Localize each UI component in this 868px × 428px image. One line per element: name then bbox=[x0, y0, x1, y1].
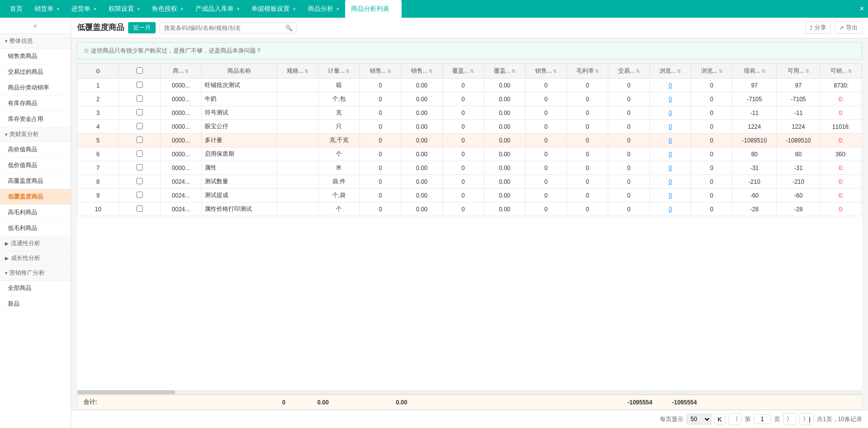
row-code: 0024... bbox=[160, 175, 201, 189]
nav-item-analysis[interactable]: 商品分析 × bbox=[302, 0, 345, 18]
prev-page-btn[interactable]: 〈 bbox=[729, 413, 742, 425]
last-page-btn[interactable]: 〉| bbox=[799, 413, 814, 425]
close-template-tab[interactable]: × bbox=[293, 0, 296, 18]
row-checkbox[interactable] bbox=[119, 92, 160, 106]
row-view1[interactable]: 0 bbox=[650, 106, 691, 120]
col-view1[interactable]: 浏览...⇅ bbox=[650, 64, 691, 79]
sidebar-item-all-goods[interactable]: 全部商品 bbox=[0, 281, 71, 296]
col-sales2[interactable]: 销售...⇅ bbox=[525, 64, 567, 79]
nav-item-sales[interactable]: 销货单 × bbox=[28, 0, 65, 18]
close-production-tab[interactable]: × bbox=[237, 0, 240, 18]
close-roles-tab[interactable]: × bbox=[180, 0, 183, 18]
row-saleable: 0: bbox=[820, 202, 862, 216]
first-page-btn[interactable]: K bbox=[714, 414, 726, 425]
nav-item-production[interactable]: 产成品入库单 × bbox=[190, 0, 245, 18]
sidebar-section-liquidity[interactable]: ▶ 流通性分析 bbox=[0, 236, 71, 251]
date-filter-btn[interactable]: 近一月 bbox=[128, 22, 156, 33]
col-checkbox[interactable] bbox=[119, 64, 160, 79]
nav-item-analysis-list[interactable]: 商品分析列表 × bbox=[345, 0, 401, 18]
sidebar-item-stock-fund[interactable]: 库存资金占用 bbox=[0, 112, 71, 127]
per-page-select[interactable]: 50 100 200 bbox=[686, 414, 711, 425]
row-checkbox[interactable] bbox=[119, 134, 160, 147]
col-cover2[interactable]: 覆盖...⇅ bbox=[484, 64, 525, 79]
tip-icon: ☆ bbox=[83, 47, 91, 54]
row-checkbox[interactable] bbox=[119, 202, 160, 216]
sidebar-item-stock-goods[interactable]: 有库存商品 bbox=[0, 96, 71, 112]
row-view1[interactable]: 0 bbox=[650, 79, 691, 92]
col-spec[interactable]: 规格...⇅ bbox=[277, 64, 318, 79]
nav-item-roles[interactable]: 角色授权 × bbox=[146, 0, 189, 18]
col-cover1[interactable]: 覆盖...⇅ bbox=[442, 64, 484, 79]
sidebar-section-growth[interactable]: ▶ 成长性分析 bbox=[0, 251, 71, 266]
close-sales-tab[interactable]: × bbox=[56, 0, 59, 18]
sidebar-item-high-coverage[interactable]: 高覆盖度商品 bbox=[0, 173, 71, 189]
row-cover1: 0 bbox=[442, 189, 484, 202]
row-view1[interactable]: 0 bbox=[650, 202, 691, 216]
next-page-btn[interactable]: 〉 bbox=[783, 413, 796, 425]
col-name[interactable]: 商品名称 bbox=[202, 64, 277, 79]
close-analysis-list-tab[interactable]: × bbox=[392, 0, 395, 18]
row-checkbox[interactable] bbox=[119, 106, 160, 120]
col-available[interactable]: 可用...⇅ bbox=[776, 64, 820, 79]
sidebar-item-low-margin[interactable]: 低毛利商品 bbox=[0, 221, 71, 236]
sidebar-item-high-margin[interactable]: 高毛利商品 bbox=[0, 205, 71, 221]
row-view1[interactable]: 0 bbox=[650, 147, 691, 161]
row-view1[interactable]: 0 bbox=[650, 134, 691, 147]
page-input[interactable] bbox=[754, 414, 771, 424]
row-checkbox[interactable] bbox=[119, 175, 160, 189]
row-checkbox[interactable] bbox=[119, 147, 160, 161]
sidebar-item-traded-goods[interactable]: 交易过的商品 bbox=[0, 64, 71, 80]
window-close-btn[interactable]: × bbox=[860, 4, 864, 13]
search-input[interactable] bbox=[164, 25, 283, 31]
row-sales-amt: 0.00 bbox=[401, 134, 442, 147]
row-sales-qty: 0 bbox=[360, 189, 401, 202]
sidebar-item-low-value[interactable]: 低价值商品 bbox=[0, 158, 71, 173]
sidebar-item-category-rate[interactable]: 商品分类动销率 bbox=[0, 80, 71, 96]
row-view1[interactable]: 0 bbox=[650, 161, 691, 175]
search-icon[interactable]: 🔍 bbox=[285, 25, 293, 31]
sidebar-section-wealth[interactable]: ▾ 类财富分析 bbox=[0, 127, 71, 142]
nav-item-home[interactable]: 首页 bbox=[4, 0, 28, 18]
nav-item-permissions[interactable]: 权限设置 × bbox=[103, 0, 146, 18]
sidebar-item-sales-goods[interactable]: 销售类商品 bbox=[0, 49, 71, 64]
col-settings[interactable]: ⚙ bbox=[78, 64, 119, 79]
scrollbar-thumb[interactable] bbox=[77, 390, 175, 394]
row-checkbox[interactable] bbox=[119, 189, 160, 202]
row-checkbox[interactable] bbox=[119, 79, 160, 92]
sidebar-collapse-btn[interactable]: « bbox=[0, 18, 71, 34]
close-analysis-tab[interactable]: × bbox=[336, 0, 339, 18]
export-btn[interactable]: ↗ 导出 bbox=[835, 22, 862, 34]
share-btn[interactable]: ⤴ 分享 bbox=[805, 22, 831, 34]
nav-item-purchase[interactable]: 进货单 × bbox=[65, 0, 102, 18]
row-cover1: 0 bbox=[442, 161, 484, 175]
col-trade[interactable]: 交易...⇅ bbox=[608, 64, 650, 79]
col-unit[interactable]: 计量...⇅ bbox=[318, 64, 359, 79]
sidebar-item-high-value[interactable]: 高价值商品 bbox=[0, 142, 71, 158]
row-saleable: 0: bbox=[820, 189, 862, 202]
select-all-checkbox[interactable] bbox=[136, 67, 143, 74]
sidebar-section-marketing[interactable]: ▾ 营销推广分析 bbox=[0, 266, 71, 281]
row-view1[interactable]: 0 bbox=[650, 92, 691, 106]
close-permissions-tab[interactable]: × bbox=[137, 0, 140, 18]
col-current[interactable]: 现有...⇅ bbox=[732, 64, 777, 79]
horizontal-scrollbar[interactable] bbox=[77, 390, 862, 394]
row-view1[interactable]: 0 bbox=[650, 175, 691, 189]
row-view1[interactable]: 0 bbox=[650, 120, 691, 134]
nav-item-template[interactable]: 单据模板设置 × bbox=[245, 0, 301, 18]
col-code[interactable]: 商...⇅ bbox=[160, 64, 201, 79]
sidebar-item-low-coverage[interactable]: 低覆盖度商品 bbox=[0, 189, 71, 205]
row-cover2: 0.00 bbox=[484, 147, 525, 161]
row-code: 0000... bbox=[160, 79, 201, 92]
col-sales-qty[interactable]: 销售...⇅ bbox=[360, 64, 401, 79]
col-view2[interactable]: 浏览...⇅ bbox=[691, 64, 732, 79]
col-saleable[interactable]: 可销...⇅ bbox=[820, 64, 862, 79]
col-margin[interactable]: 毛利率⇅ bbox=[567, 64, 608, 79]
row-checkbox[interactable] bbox=[119, 120, 160, 134]
col-sales-amt[interactable]: 销售...⇅ bbox=[401, 64, 442, 79]
row-view1[interactable]: 0 bbox=[650, 189, 691, 202]
sidebar-section-overall[interactable]: ▾ 整体信息 bbox=[0, 34, 71, 49]
row-unit: 个,袋 bbox=[318, 189, 359, 202]
close-purchase-tab[interactable]: × bbox=[93, 0, 96, 18]
sidebar-item-new-goods[interactable]: 新品 bbox=[0, 296, 71, 312]
row-checkbox[interactable] bbox=[119, 161, 160, 175]
